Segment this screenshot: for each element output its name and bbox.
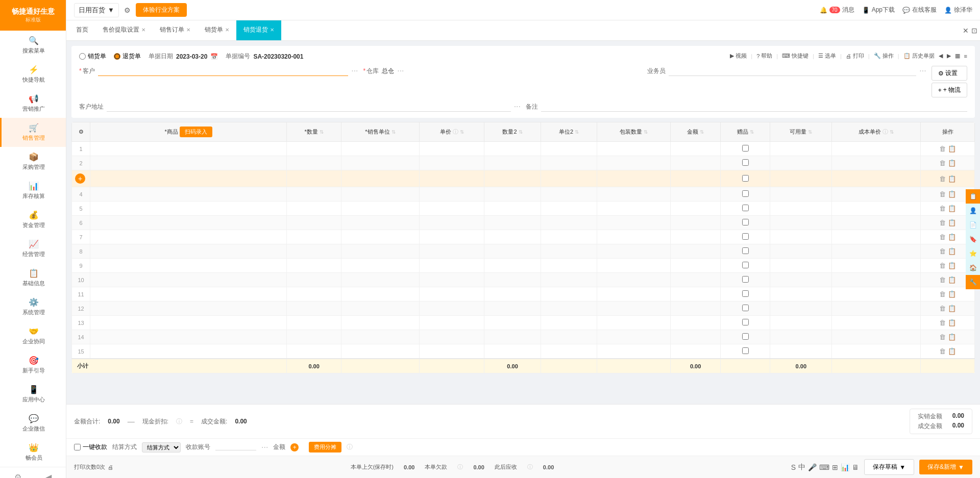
sidebar-item-operations[interactable]: 📈 经营管理 (0, 234, 66, 263)
gift-checkbox[interactable] (742, 333, 749, 340)
user-profile-item[interactable]: 👤 徐泽华 (944, 6, 972, 14)
salesperson-placeholder-icon[interactable]: ··· (919, 66, 926, 76)
shortcut-btn[interactable]: ⌨ 快捷键 (782, 52, 808, 60)
th-gift[interactable]: 赠品 ⇅ (720, 122, 770, 142)
table-cell-product[interactable] (90, 216, 287, 230)
sidebar-item-search[interactable]: 🔍 搜索菜单 (0, 31, 66, 60)
list-view-btn[interactable]: ≡ (964, 53, 967, 59)
copy-row-icon[interactable]: 📋 (948, 319, 956, 326)
sidebar-item-weixin[interactable]: 💬 企业微信 (0, 409, 66, 438)
save-draft-button[interactable]: 保存草稿 ▼ (864, 459, 914, 475)
copy-row-icon[interactable]: 📋 (948, 159, 956, 167)
customer-input[interactable] (98, 66, 349, 76)
close-tab-icon[interactable]: ✕ (141, 27, 145, 33)
right-panel-active-btn[interactable]: 📋 (966, 189, 980, 204)
online-service-item[interactable]: 💬 在线客服 (902, 6, 937, 14)
th-qty[interactable]: *数量 ⇅ (287, 122, 341, 142)
delete-row-icon[interactable]: 🗑 (939, 276, 946, 284)
delete-row-icon[interactable]: 🗑 (939, 290, 946, 298)
copy-row-icon[interactable]: 📋 (948, 305, 956, 312)
table-cell-product[interactable] (90, 330, 287, 344)
help-btn[interactable]: ? 帮助 (756, 52, 772, 60)
account-select-icon[interactable]: ··· (261, 443, 268, 452)
operate-btn[interactable]: 🔧 操作 (874, 52, 894, 60)
delete-row-icon[interactable]: 🗑 (939, 247, 946, 255)
gift-checkbox[interactable] (742, 205, 749, 211)
table-cell-gift[interactable] (720, 156, 770, 170)
table-cell-gift[interactable] (720, 273, 770, 287)
tab-home[interactable]: 首页 (69, 20, 95, 40)
delete-row-icon[interactable]: 🗑 (939, 159, 946, 167)
copy-row-icon[interactable]: 📋 (948, 347, 956, 355)
table-cell-product[interactable] (90, 287, 287, 301)
table-cell-gift[interactable] (720, 330, 770, 344)
close-tab-icon[interactable]: ✕ (225, 27, 229, 33)
delete-row-icon[interactable]: 🗑 (939, 262, 946, 269)
gift-checkbox[interactable] (742, 159, 749, 166)
note-input[interactable] (541, 102, 967, 112)
th-product[interactable]: *商品 扫码录入 (90, 122, 287, 142)
table-cell-gift[interactable] (720, 170, 770, 187)
right-panel-star-btn[interactable]: ⭐ (966, 246, 980, 261)
gift-checkbox[interactable] (742, 233, 749, 240)
radio-return-input[interactable] (114, 53, 120, 60)
right-panel-tag-btn[interactable]: 🔖 (966, 232, 980, 246)
prev-record-btn[interactable]: ◀ (939, 53, 943, 59)
radio-sales-bill[interactable]: 销货单 (79, 52, 106, 61)
tab-sales-order[interactable]: 销售订单 ✕ (153, 20, 198, 40)
next-record-btn[interactable]: ▶ (947, 53, 951, 59)
copy-row-icon[interactable]: 📋 (948, 175, 956, 183)
header-settings-icon[interactable]: ⚙ (124, 6, 131, 14)
table-cell-product[interactable] (90, 273, 287, 287)
sidebar-item-nav[interactable]: ⚡ 快捷导航 (0, 60, 66, 89)
app-download-item[interactable]: 📱 App下载 (862, 6, 895, 14)
radio-sales-input[interactable] (79, 53, 86, 60)
table-cell-gift[interactable] (720, 202, 770, 216)
sidebar-item-member[interactable]: 👑 畅会员 (0, 438, 66, 467)
table-cell-gift[interactable] (720, 259, 770, 273)
table-cell-gift[interactable] (720, 142, 770, 156)
table-cell-gift[interactable] (720, 230, 770, 244)
right-panel-doc-btn[interactable]: 📄 (966, 218, 980, 232)
one-click-pay-checkbox[interactable]: 一键收款 (74, 443, 107, 451)
address-input[interactable] (107, 102, 511, 112)
trial-button[interactable]: 体验行业方案 (136, 3, 187, 17)
sidebar-item-inventory[interactable]: 📊 库存核算 (0, 176, 66, 205)
table-cell-product[interactable] (90, 187, 287, 202)
table-cell-product[interactable] (90, 301, 287, 316)
gift-checkbox[interactable] (742, 145, 749, 152)
gift-checkbox[interactable] (742, 190, 749, 197)
history-btn[interactable]: 📋 历史单据 (903, 52, 935, 60)
table-cell-product[interactable] (90, 142, 287, 156)
radio-return-bill[interactable]: 退货单 (114, 52, 141, 61)
copy-row-icon[interactable]: 📋 (948, 262, 956, 269)
delete-row-icon[interactable]: 🗑 (939, 333, 946, 341)
th-unit-price[interactable]: 单价 ⓘ ⇅ (420, 122, 484, 142)
grid-view-btn[interactable]: ▦ (955, 53, 960, 59)
sidebar-item-system[interactable]: ⚙️ 系统管理 (0, 292, 66, 321)
th-settings[interactable]: ⚙ (72, 122, 90, 142)
copy-row-icon[interactable]: 📋 (948, 276, 956, 284)
gift-checkbox[interactable] (742, 319, 749, 325)
customer-select-icon[interactable]: ··· (351, 66, 358, 76)
table-cell-product[interactable] (90, 344, 287, 359)
copy-row-icon[interactable]: 📋 (948, 233, 956, 241)
table-cell-gift[interactable] (720, 344, 770, 359)
table-cell-product[interactable] (90, 316, 287, 330)
calendar-icon[interactable]: 📅 (210, 53, 218, 60)
collapse-icon[interactable]: ◀ (45, 472, 52, 478)
table-cell-product[interactable] (90, 259, 287, 273)
delete-row-icon[interactable]: 🗑 (939, 145, 946, 153)
sidebar-item-collab[interactable]: 🤝 企业协同 (0, 321, 66, 350)
th-pkg-qty[interactable]: 包装数量 ⇅ (597, 122, 671, 142)
salesperson-input[interactable] (669, 66, 916, 76)
th-cost-unit[interactable]: 成本单价 ⓘ ⇅ (832, 122, 921, 142)
table-cell-product[interactable] (90, 230, 287, 244)
copy-row-icon[interactable]: 📋 (948, 247, 956, 255)
th-amount[interactable]: 金额 ⇅ (671, 122, 721, 142)
table-cell-product[interactable] (90, 202, 287, 216)
tab-price-extract[interactable]: 售价提取设置 ✕ (95, 20, 153, 40)
table-cell-gift[interactable] (720, 244, 770, 259)
sidebar-item-apps[interactable]: 📱 应用中心 (0, 380, 66, 409)
account-input[interactable] (215, 444, 256, 450)
